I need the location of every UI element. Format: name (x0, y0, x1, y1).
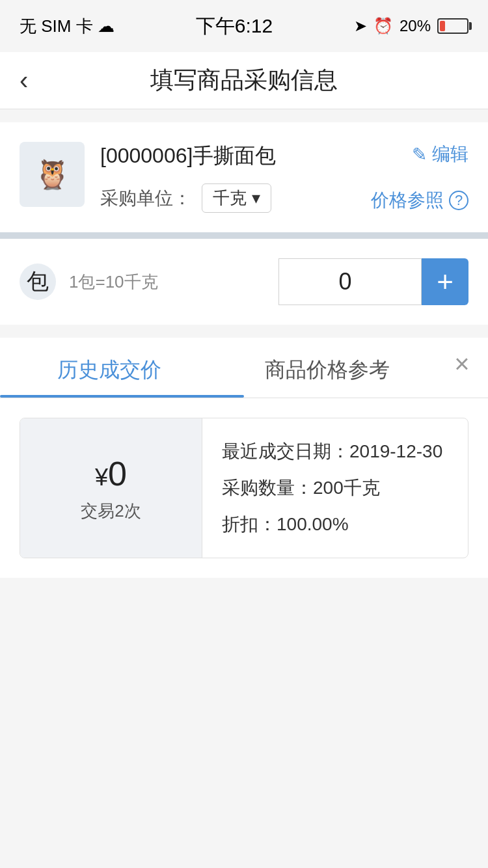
product-title: 手撕面包 (193, 144, 276, 167)
unit-value: 千克 (213, 187, 247, 210)
unit-bao-section: 包 1包=10千克 (20, 264, 158, 300)
quantity-plus-button[interactable]: + (422, 258, 468, 305)
quantity-row-detail: 采购数量：200千克 (222, 474, 448, 502)
history-details-section: 最近成交日期：2019-12-30 采购数量：200千克 折扣：100.00% (202, 418, 468, 558)
product-logo-icon: 🦉 (34, 157, 70, 191)
edit-button[interactable]: ✎ 编辑 (412, 142, 468, 167)
battery-icon (437, 18, 468, 34)
tab-product-price-ref[interactable]: 商品价格参考 (218, 338, 436, 398)
tabs-section: 历史成交价 商品价格参考 × ¥0 交易2次 最近成交日期：2019-12-30… (0, 338, 488, 578)
battery-percent: 20% (400, 17, 431, 35)
tab-history-price[interactable]: 历史成交价 (0, 338, 218, 398)
history-content: ¥0 交易2次 最近成交日期：2019-12-30 采购数量：200千克 折扣：… (0, 398, 488, 578)
status-bar: 无 SIM 卡 ☁ 下午6:12 ➤ ⏰ 20% (0, 0, 488, 52)
recent-date-label: 最近成交日期： (222, 441, 349, 461)
edit-icon: ✎ (412, 144, 427, 165)
price-number: 0 (108, 455, 127, 493)
edit-label: 编辑 (432, 142, 468, 167)
product-id: [0000006] (100, 144, 193, 167)
divider-bar (0, 232, 488, 239)
unit-label: 采购单位： (100, 186, 191, 211)
unit-select-dropdown[interactable]: 千克 ▾ (202, 183, 271, 213)
signal-text: 无 SIM 卡 ☁ (20, 15, 115, 38)
history-price-value: ¥0 (95, 454, 127, 493)
battery-fill (440, 21, 445, 31)
currency-symbol: ¥ (95, 464, 108, 491)
status-left: 无 SIM 卡 ☁ (20, 15, 115, 38)
tabs-header: 历史成交价 商品价格参考 × (0, 338, 488, 398)
unit-bao-desc: 1包=10千克 (69, 271, 158, 293)
quantity-value: 200千克 (313, 478, 380, 498)
quantity-label: 采购数量： (222, 478, 313, 498)
back-button[interactable]: ‹ (20, 66, 28, 95)
page-header: ‹ 填写商品采购信息 (0, 52, 488, 109)
product-image: 🦉 (20, 142, 85, 207)
status-right: ➤ ⏰ 20% (354, 17, 468, 35)
quantity-input[interactable] (278, 258, 422, 305)
page-title: 填写商品采购信息 (150, 64, 338, 96)
price-ref-label: 价格参照 (371, 188, 444, 213)
tabs-close-button[interactable]: × (436, 349, 488, 387)
recent-date-value: 2019-12-30 (349, 441, 442, 461)
tab-active-underline (0, 395, 244, 398)
help-icon: ? (449, 191, 468, 210)
discount-value: 100.00% (277, 514, 349, 534)
location-icon: ➤ (354, 17, 367, 35)
trade-count: 交易2次 (81, 500, 141, 522)
status-time: 下午6:12 (196, 13, 273, 40)
product-card: 🦉 [0000006]手撕面包 采购单位： 千克 ▾ ✎ 编辑 价格参照 ? (0, 122, 488, 232)
alarm-icon: ⏰ (373, 17, 393, 35)
discount-label: 折扣： (222, 514, 277, 534)
quantity-control: + (278, 258, 468, 305)
history-card: ¥0 交易2次 最近成交日期：2019-12-30 采购数量：200千克 折扣：… (20, 418, 468, 558)
discount-row: 折扣：100.00% (222, 511, 448, 538)
dropdown-icon: ▾ (252, 188, 260, 208)
unit-bao-icon: 包 (20, 264, 56, 300)
price-reference-button[interactable]: 价格参照 ? (371, 188, 468, 213)
recent-date-row: 最近成交日期：2019-12-30 (222, 438, 448, 465)
quantity-row: 包 1包=10千克 + (0, 239, 488, 325)
history-price-section: ¥0 交易2次 (20, 418, 202, 558)
main-body (0, 578, 488, 868)
